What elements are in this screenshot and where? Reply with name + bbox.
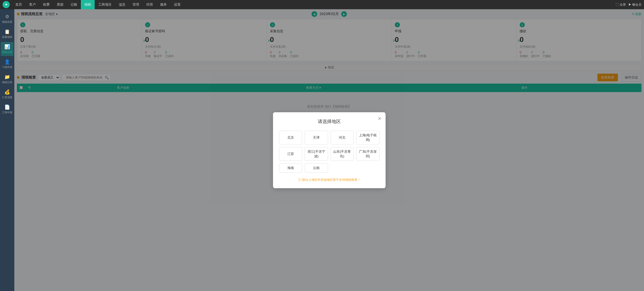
sidebar: ⚙ 报税设置 📋 批量报税 📊 报税总览 👤 个税申报 📁 报税记录 💰 汇算清… bbox=[0, 9, 14, 291]
sidebar-label-personal-tax: 个税申报 bbox=[2, 65, 12, 69]
region-zhejiang[interactable]: 浙江(不含宁波) bbox=[305, 147, 328, 161]
region-row-1: 北京 天津 河北 上海(电子税局) bbox=[279, 131, 379, 144]
sidebar-item-tax-record[interactable]: 📁 报税记录 bbox=[1, 72, 14, 86]
region-shandong[interactable]: 山东(不含青岛) bbox=[331, 147, 354, 161]
clearance-icon: 💰 bbox=[4, 89, 10, 95]
warning-text: 除以上地区外其他地区暂不支持报税检查！ bbox=[302, 178, 361, 182]
personal-tax-icon: 👤 bbox=[4, 59, 10, 65]
sidebar-item-tax-settings[interactable]: ⚙ 报税设置 bbox=[1, 12, 14, 26]
modal-warning: ⓘ 除以上地区外其他地区暂不支持报税检查！ bbox=[279, 178, 379, 182]
nav-home[interactable]: 首页 bbox=[12, 0, 26, 9]
sidebar-label-clearance: 汇算清缴 bbox=[2, 96, 12, 99]
top-nav: ✦ 首页 客户 收费 票据 记账 报税 工商项目 溢息 管理 经营 服务 设置 … bbox=[0, 0, 644, 9]
app-logo: ✦ bbox=[3, 1, 10, 8]
sidebar-item-annual-report[interactable]: 📄 工商年报 bbox=[1, 102, 14, 116]
nav-bookkeep[interactable]: 记账 bbox=[67, 0, 81, 9]
sidebar-label-tax-record: 报税记录 bbox=[2, 81, 12, 84]
annual-report-icon: 📄 bbox=[4, 104, 10, 110]
region-hainan[interactable]: 海南 bbox=[279, 163, 302, 173]
sidebar-item-personal-tax[interactable]: 👤 个税申报 bbox=[1, 57, 14, 71]
region-guangdong[interactable]: 广东(不含深圳) bbox=[356, 147, 379, 161]
region-row-3: 海南 云南 bbox=[279, 163, 379, 173]
batch-tax-icon: 📋 bbox=[4, 29, 10, 35]
region-select-modal: ✕ 请选择地区 北京 天津 河北 上海(电子税局) 江苏 浙江(不含宁波) 山东… bbox=[273, 112, 386, 188]
modal-overlay[interactable]: ✕ 请选择地区 北京 天津 河北 上海(电子税局) 江苏 浙江(不含宁波) 山东… bbox=[14, 9, 644, 291]
sidebar-item-clearance[interactable]: 💰 汇算清缴 bbox=[1, 87, 14, 101]
region-jiangsu[interactable]: 江苏 bbox=[279, 147, 302, 161]
tax-overview-icon: 📊 bbox=[4, 44, 10, 50]
nav-invoice[interactable]: 票据 bbox=[53, 0, 67, 9]
sidebar-label-annual-report: 工商年报 bbox=[2, 111, 12, 114]
sidebar-item-tax-overview[interactable]: 📊 报税总览 bbox=[1, 42, 14, 56]
region-yunnan[interactable]: 云南 bbox=[305, 163, 328, 173]
tax-record-icon: 📁 bbox=[4, 74, 10, 80]
sidebar-label-batch-tax: 批量报税 bbox=[2, 35, 12, 39]
nav-right: ⛶ 全屏 ▶ 畅会员 bbox=[616, 3, 641, 7]
nav-service[interactable]: 服务 bbox=[157, 0, 170, 9]
region-beijing[interactable]: 北京 bbox=[279, 131, 302, 144]
nav-operate[interactable]: 经营 bbox=[143, 0, 157, 9]
region-shanghai[interactable]: 上海(电子税局) bbox=[356, 131, 379, 144]
fullscreen-btn[interactable]: ⛶ 全屏 bbox=[616, 3, 626, 7]
tax-settings-icon: ⚙ bbox=[5, 14, 9, 19]
modal-close-btn[interactable]: ✕ bbox=[378, 116, 381, 121]
member-btn[interactable]: ▶ 畅会员 bbox=[628, 3, 641, 7]
nav-items: 首页 客户 收费 票据 记账 报税 工商项目 溢息 管理 经营 服务 设置 bbox=[12, 0, 616, 9]
nav-tax[interactable]: 报税 bbox=[81, 0, 95, 9]
region-tianjin[interactable]: 天津 bbox=[305, 131, 328, 144]
modal-title: 请选择地区 bbox=[279, 118, 379, 125]
nav-business[interactable]: 工商项目 bbox=[95, 0, 115, 9]
sidebar-label-tax-settings: 报税设置 bbox=[2, 20, 12, 24]
nav-charge[interactable]: 收费 bbox=[39, 0, 53, 9]
nav-client[interactable]: 客户 bbox=[26, 0, 39, 9]
region-hebei[interactable]: 河北 bbox=[331, 131, 354, 144]
warning-icon: ⓘ bbox=[298, 178, 301, 182]
nav-overflow[interactable]: 溢息 bbox=[115, 0, 129, 9]
region-row-2: 江苏 浙江(不含宁波) 山东(不含青岛) 广东(不含深圳) bbox=[279, 147, 379, 161]
nav-manage[interactable]: 管理 bbox=[129, 0, 143, 9]
nav-settings[interactable]: 设置 bbox=[170, 0, 184, 9]
sidebar-label-tax-overview: 报税总览 bbox=[2, 50, 12, 54]
sidebar-item-batch-tax[interactable]: 📋 批量报税 bbox=[1, 27, 14, 41]
